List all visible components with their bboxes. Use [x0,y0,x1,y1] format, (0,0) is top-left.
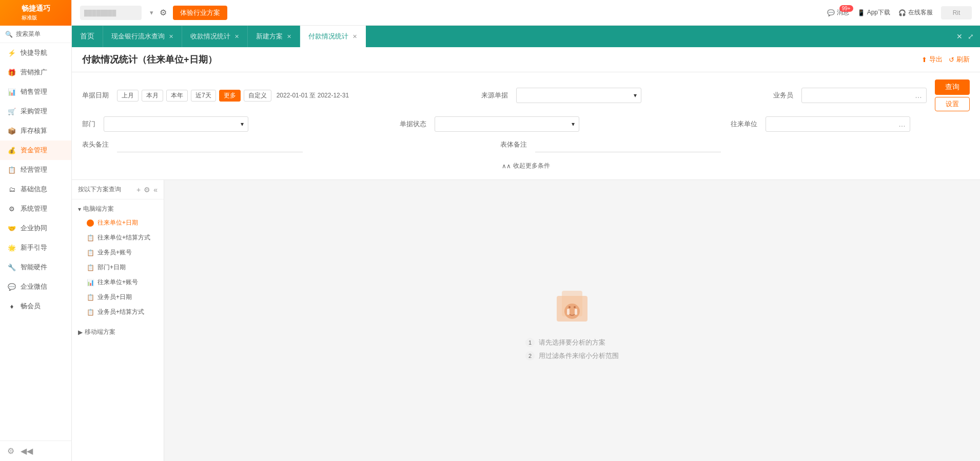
this-month-btn[interactable]: 本月 [142,90,163,102]
settings-btn[interactable]: 设置 [935,97,970,111]
tip1-text: 请先选择要分析的方案 [539,338,605,347]
tab-close-bank-flow[interactable]: ✕ [169,33,173,40]
dept-select[interactable]: ▾ [104,116,248,132]
service-label: 在线客服 [908,8,933,17]
export-icon: ⬆ [922,56,927,64]
sidebar-item-operations[interactable]: 📋经营管理 [0,160,71,179]
trial-btn[interactable]: 体验行业方案 [173,6,227,20]
svg-rect-4 [575,309,577,315]
pc-section-label: 电脑端方案 [83,205,114,213]
service-btn[interactable]: 🎧 在线客服 [898,8,933,17]
status-chevron-icon: ▾ [572,121,575,128]
scheme-header-actions: + ⚙ « [136,186,158,194]
salesperson-select[interactable]: … [801,88,927,103]
header-note-input[interactable] [117,137,303,152]
sidebar-item-marketing[interactable]: 🎁营销推广 [0,63,71,82]
7days-btn[interactable]: 近7天 [191,90,216,102]
sidebar-item-capital[interactable]: 💰资金管理 [0,141,71,160]
status-select[interactable]: ▾ [435,116,579,132]
pc-section-title[interactable]: ▾ 电脑端方案 [72,203,164,215]
filter-panel: 单据日期 上月 本月 本年 近7天 更多 自定义 2022-01-01 至 20… [72,72,980,180]
dept-label: 部门 [82,119,95,129]
sidebar-label-system: 系统管理 [21,204,47,213]
tab-bank-flow[interactable]: 现金银行流水查询✕ [103,26,182,47]
sidebar-item-basic[interactable]: 🗂基础信息 [0,179,71,199]
scheme-item-salesperson-date[interactable]: 📋业务员+日期 [72,290,164,305]
logo-name: 畅捷通巧 [22,4,50,13]
sidebar-item-sales[interactable]: 📊销售管理 [0,82,71,102]
app-label: App下载 [867,8,890,17]
scheme-item-partner-account[interactable]: 📊往来单位+账号 [72,275,164,290]
partner-dots: … [898,120,906,128]
tab-payment-stats[interactable]: 付款情况统计✕ [300,26,366,47]
scheme-item-salesperson-settle[interactable]: 📋业务员+结算方式 [72,305,164,319]
message-badge: 99+ [839,5,853,12]
last-month-btn[interactable]: 上月 [117,90,139,102]
export-btn[interactable]: ⬆ 导出 [922,55,943,64]
settings-bottom-icon[interactable]: ⚙ [7,446,14,456]
sidebar-item-enterprise[interactable]: 🤝企业协同 [0,218,71,238]
scheme-item-label-partner-account: 往来单位+账号 [97,278,138,287]
scheme-item-label-dept-date: 部门+日期 [97,263,126,272]
source-select[interactable]: ▾ [516,88,641,103]
svg-rect-3 [567,309,570,315]
more-btn[interactable]: 更多 [219,90,241,102]
tab-close-payment-stats[interactable]: ✕ [352,33,357,40]
tabbar-close-btn[interactable]: ✕ [956,32,963,41]
tab-receipt-stats[interactable]: 收款情况统计✕ [182,26,248,47]
sidebar-item-purchase[interactable]: 🛒采购管理 [0,102,71,121]
sidebar-item-quick-nav[interactable]: ⚡快捷导航 [0,43,71,63]
topbar-gear-icon[interactable]: ⚙ [160,8,167,17]
app-download-btn[interactable]: 📱 App下载 [857,8,890,17]
sidebar-item-guide[interactable]: 🌟新手引导 [0,238,71,257]
scheme-item-salesperson-account[interactable]: 📋业务员+账号 [72,245,164,260]
enterprise-icon: 🤝 [7,224,16,233]
sidebar-item-wechat[interactable]: 💬企业微信 [0,277,71,296]
page-content: 付款情况统计（往来单位+日期） ⬆ 导出 ↺ 刷新 单据日期 上月 本月 [72,47,980,461]
tabbar-expand-btn[interactable]: ⤢ [968,32,974,41]
refresh-btn[interactable]: ↺ 刷新 [949,55,970,64]
hardware-icon: 🔧 [7,263,16,272]
tab-close-receipt-stats[interactable]: ✕ [234,33,239,40]
tab-home[interactable]: 首页 [72,26,103,47]
query-btn[interactable]: 查询 [935,79,970,95]
avatar[interactable]: Rit [941,6,972,19]
partner-select[interactable]: … [766,116,910,132]
sidebar-label-enterprise: 企业协同 [21,224,47,233]
mobile-collapse-icon: ▶ [78,329,83,336]
sidebar-label-guide: 新手引导 [21,243,47,252]
dept-chevron-icon: ▾ [241,121,244,128]
message-btn[interactable]: 💬 消息 99+ [827,8,849,17]
sidebar-label-operations: 经营管理 [21,165,47,174]
tab-close-new-plan[interactable]: ✕ [287,33,291,40]
scheme-item-dept-date[interactable]: 📋部门+日期 [72,260,164,275]
body-note-input[interactable] [535,137,721,152]
refresh-label: 刷新 [956,55,970,64]
scheme-settings-btn[interactable]: ⚙ [144,186,150,194]
sidebar-bottom: ⚙ ◀◀ [0,440,71,461]
scheme-add-btn[interactable]: + [136,186,141,194]
sidebar-item-system[interactable]: ⚙系统管理 [0,199,71,218]
sidebar-item-hardware[interactable]: 🔧智能硬件 [0,257,71,277]
collapse-btn[interactable]: ∧∧ 收起更多条件 [82,157,970,172]
scheme-collapse-btn[interactable]: « [153,186,158,194]
svg-point-2 [564,304,580,319]
this-year-btn[interactable]: 本年 [166,90,188,102]
scheme-item-partner-date[interactable]: 往来单位+日期 [72,215,164,230]
mobile-section-title[interactable]: ▶ 移动端方案 [72,326,164,338]
filter-row-3: 表头备注 表体备注 [82,137,970,152]
sidebar: 畅捷通巧 标准版 🔍 搜索菜单 ⚡快捷导航🎁营销推广📊销售管理🛒采购管理📦库存核… [0,0,72,461]
phone-icon: 📱 [857,9,865,16]
sidebar-label-marketing: 营销推广 [21,68,47,77]
sidebar-search[interactable]: 🔍 搜索菜单 [0,26,71,43]
sidebar-item-inventory[interactable]: 📦库存核算 [0,121,71,141]
sidebar-item-vip[interactable]: ♦畅会员 [0,296,71,316]
tab-new-plan[interactable]: 新建方案✕ [248,26,300,47]
topbar-chevron-icon[interactable]: ▾ [150,9,153,16]
tab-label-home: 首页 [80,32,94,41]
custom-btn[interactable]: 自定义 [244,90,271,102]
system-icon: ⚙ [7,204,16,213]
collapse-sidebar-icon[interactable]: ◀◀ [21,446,33,456]
sidebar-logo: 畅捷通巧 标准版 [0,0,71,26]
scheme-item-partner-settle[interactable]: 📋往来单位+结算方式 [72,230,164,245]
